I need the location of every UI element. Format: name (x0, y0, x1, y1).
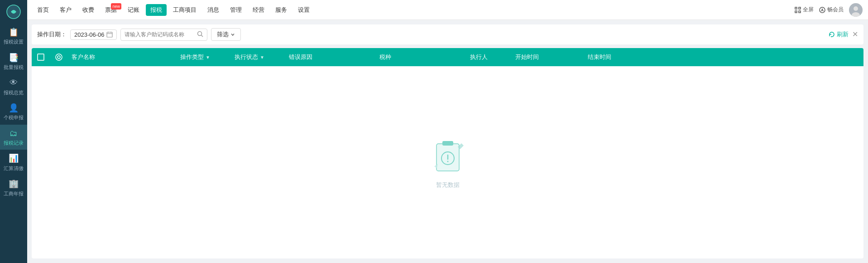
svg-point-16 (58, 56, 60, 58)
svg-rect-10 (107, 32, 112, 37)
svg-rect-1 (795, 7, 797, 9)
tax-records-icon: 🗂 (10, 128, 18, 139)
settings-col-icon (55, 54, 62, 61)
nav-items: 首页 客户 收费 票据 new 记账 报税 工商项目 消息 管理 经营 服务 设… (33, 4, 795, 16)
th-error-reason: 错误原因 (285, 53, 376, 61)
sidebar-item-label: 报税总览 (4, 89, 24, 96)
main-area: 首页 客户 收费 票据 new 记账 报税 工商项目 消息 管理 经营 服务 设… (27, 0, 868, 263)
refresh-button[interactable]: 刷新 (829, 30, 849, 39)
calendar-icon (106, 31, 113, 38)
nav-customer[interactable]: 客户 (55, 4, 76, 16)
tax-summary-icon: 👁 (10, 78, 18, 88)
fullscreen-icon (795, 7, 801, 13)
th-customer: 客户名称 (68, 53, 177, 61)
sidebar-item-label: 个税申报 (4, 114, 24, 121)
sidebar-item-label: 工商年报 (4, 190, 24, 197)
sidebar-item-annual-report[interactable]: 🏢 工商年报 (0, 175, 27, 200)
member-icon (819, 7, 825, 13)
sidebar-item-label: 批量报税 (4, 64, 24, 70)
sidebar: 📋 报税设置 📑 批量报税 👁 报税总览 👤 个税申报 🗂 报税记录 📊 汇算清… (0, 0, 27, 263)
sort-icon-op-type: ▼ (206, 55, 210, 60)
th-checkbox[interactable] (32, 54, 50, 61)
table-body: 暂无数据 (32, 66, 863, 258)
svg-point-6 (822, 9, 823, 10)
close-button[interactable]: ✕ (852, 31, 858, 38)
search-icon (197, 31, 203, 37)
personal-tax-icon: 👤 (9, 103, 19, 113)
th-op-type[interactable]: 操作类型 ▼ (177, 53, 231, 61)
settlement-icon: 📊 (9, 153, 19, 164)
svg-point-14 (197, 31, 201, 35)
filter-label-text: 筛选 (217, 30, 229, 39)
sidebar-item-tax-settings[interactable]: 📋 报税设置 (0, 24, 27, 49)
th-exec-status[interactable]: 执行状态 ▼ (231, 53, 285, 61)
nav-tax[interactable]: 报税 (146, 4, 167, 16)
refresh-icon (829, 31, 835, 38)
nav-home[interactable]: 首页 (33, 4, 53, 16)
search-input[interactable] (121, 29, 193, 39)
annual-report-icon: 🏢 (9, 179, 19, 189)
svg-rect-4 (799, 11, 801, 13)
select-all-checkbox[interactable] (37, 54, 44, 61)
filter-button[interactable]: 筛选 (211, 28, 241, 41)
nav-messages[interactable]: 消息 (203, 4, 224, 16)
member-label: 畅会员 (827, 6, 844, 14)
page-content: 操作日期： 2023-06-06 (27, 20, 868, 263)
nav-services[interactable]: 服务 (271, 4, 292, 16)
sidebar-item-settlement[interactable]: 📊 汇算清缴 (0, 150, 27, 175)
nav-accounts[interactable]: 记账 (123, 4, 144, 16)
empty-state: 暂无数据 (32, 66, 863, 258)
fullscreen-label: 全屏 (803, 6, 814, 14)
batch-tax-icon: 📑 (9, 53, 19, 63)
date-value: 2023-06-06 (74, 31, 105, 38)
svg-point-22 (447, 161, 448, 162)
search-box (120, 29, 207, 41)
top-navbar: 首页 客户 收费 票据 new 记账 报税 工商项目 消息 管理 经营 服务 设… (27, 0, 868, 20)
search-button[interactable] (193, 29, 207, 40)
th-settings[interactable] (50, 54, 68, 61)
sort-icon-exec-status: ▼ (260, 55, 264, 60)
svg-rect-2 (799, 7, 801, 9)
date-picker[interactable]: 2023-06-06 (70, 29, 117, 40)
nav-invoice[interactable]: 票据 new (101, 4, 121, 16)
nav-business[interactable]: 工商项目 (168, 4, 201, 16)
th-tax-type: 税种 (376, 53, 466, 61)
sidebar-item-label: 报税记录 (4, 140, 24, 146)
nav-operations[interactable]: 经营 (248, 4, 269, 16)
sidebar-item-tax-summary[interactable]: 👁 报税总览 (0, 74, 27, 99)
th-executor: 执行人 (466, 53, 512, 61)
svg-rect-19 (442, 141, 453, 146)
refresh-label: 刷新 (837, 30, 849, 39)
member-button[interactable]: 畅会员 (819, 6, 844, 14)
invoice-badge: new (111, 3, 121, 10)
avatar-image (849, 3, 863, 17)
sidebar-item-label: 汇算清缴 (4, 165, 24, 171)
navbar-right: 全屏 畅会员 (795, 3, 863, 17)
empty-text: 暂无数据 (436, 181, 460, 189)
sidebar-item-personal-tax[interactable]: 👤 个税申报 (0, 99, 27, 125)
user-avatar[interactable] (849, 3, 863, 17)
svg-point-8 (854, 6, 858, 11)
nav-management[interactable]: 管理 (225, 4, 246, 16)
sidebar-item-batch-tax[interactable]: 📑 批量报税 (0, 49, 27, 74)
tax-settings-icon: 📋 (9, 27, 19, 38)
sidebar-item-label: 报税设置 (4, 39, 24, 45)
nav-billing[interactable]: 收费 (78, 4, 99, 16)
data-table: 客户名称 操作类型 ▼ 执行状态 ▼ 错误原因 税种 执行人 (32, 48, 863, 258)
nav-settings[interactable]: 设置 (293, 4, 314, 16)
chevron-down-icon (230, 32, 235, 37)
svg-point-17 (56, 54, 62, 60)
date-label: 操作日期： (37, 30, 67, 39)
sidebar-item-tax-records[interactable]: 🗂 报税记录 (0, 125, 27, 150)
th-end-time: 结束时间 (584, 53, 638, 61)
empty-svg (430, 136, 466, 176)
table-header: 客户名称 操作类型 ▼ 执行状态 ▼ 错误原因 税种 执行人 (32, 48, 863, 66)
empty-illustration (430, 136, 466, 176)
svg-rect-3 (795, 11, 797, 13)
svg-line-15 (201, 35, 203, 37)
filter-bar: 操作日期： 2023-06-06 (32, 24, 863, 44)
th-start-time: 开始时间 (512, 53, 584, 61)
sidebar-logo[interactable] (5, 4, 22, 20)
fullscreen-button[interactable]: 全屏 (795, 6, 814, 14)
